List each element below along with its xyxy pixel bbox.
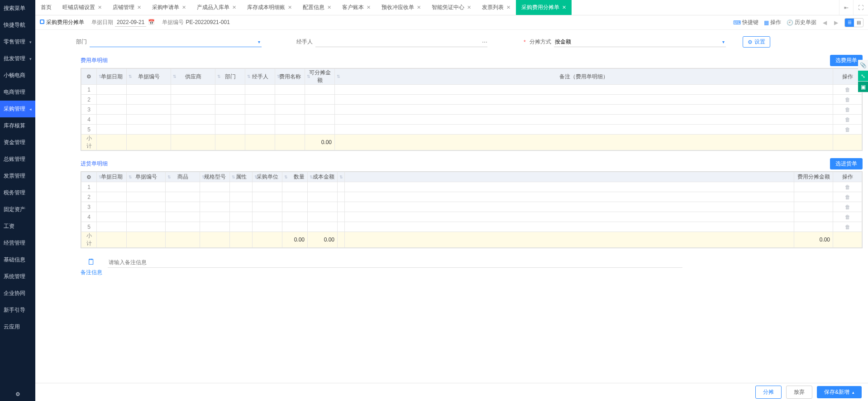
tab-voucher[interactable]: 智能凭证中心✕ bbox=[426, 0, 477, 15]
col-settings-icon[interactable]: ⚙ bbox=[81, 69, 97, 85]
tab-finishedgoods[interactable]: 产成品入库单✕ bbox=[191, 0, 242, 15]
delete-icon[interactable]: 🗑 bbox=[845, 194, 850, 200]
dept-input[interactable] bbox=[90, 37, 262, 47]
sidebar-item-salary[interactable]: 工资 bbox=[0, 218, 35, 235]
tile-icon[interactable]: ▣ bbox=[858, 82, 868, 92]
quickkey-button[interactable]: ⌨快捷键 bbox=[733, 19, 758, 26]
close-icon[interactable]: ✕ bbox=[137, 5, 141, 10]
sort-icon[interactable]: ⇅ bbox=[232, 175, 235, 179]
sidebar-item-invoice[interactable]: 发票管理 bbox=[0, 168, 35, 184]
close-icon[interactable]: ✕ bbox=[327, 5, 331, 10]
sidebar-item-fixedasset[interactable]: 固定资产 bbox=[0, 201, 35, 218]
table-row[interactable]: 4🗑 bbox=[81, 212, 862, 222]
tab-prepay[interactable]: 预收冲应收单✕ bbox=[376, 0, 426, 15]
save-new-button[interactable]: 保存&新增▴ bbox=[817, 386, 862, 398]
sidebar-item-operation[interactable]: 经营管理 bbox=[0, 235, 35, 251]
sort-icon[interactable]: ⇅ bbox=[307, 75, 310, 79]
table-row[interactable]: 3🗑 bbox=[81, 202, 862, 212]
sidebar-item-ecommerce[interactable]: 电商管理 bbox=[0, 84, 35, 101]
tab-purchasereq[interactable]: 采购申请单✕ bbox=[147, 0, 191, 15]
tabbar-fullscreen-button[interactable]: ⛶ bbox=[853, 0, 868, 15]
attachment-icon[interactable]: 📎 bbox=[858, 60, 868, 71]
sidebar-item-cloudapp[interactable]: 云应用 bbox=[0, 319, 35, 335]
sidebar-item-xiaochang[interactable]: 小畅电商 bbox=[0, 67, 35, 84]
tabbar-collapse-button[interactable]: ⇤ bbox=[839, 0, 853, 15]
date-value[interactable]: 2022-09-21 bbox=[115, 18, 146, 27]
person-input[interactable] bbox=[315, 37, 487, 47]
sort-icon[interactable]: ⇅ bbox=[247, 75, 251, 79]
delete-icon[interactable]: 🗑 bbox=[845, 224, 850, 230]
sidebar-item-guide[interactable]: 新手引导 bbox=[0, 302, 35, 319]
col-settings-icon[interactable]: ⚙ bbox=[81, 172, 97, 182]
sort-icon[interactable]: ⇅ bbox=[217, 75, 221, 79]
next-doc-button[interactable]: ▶ bbox=[833, 19, 839, 26]
close-icon[interactable]: ✕ bbox=[467, 5, 471, 10]
sidebar-item-inventory[interactable]: 库存核算 bbox=[0, 117, 35, 134]
sidebar-item-search[interactable]: 搜索菜单 bbox=[0, 0, 35, 17]
calendar-icon[interactable]: 📅 bbox=[148, 19, 155, 25]
tab-wangpu[interactable]: 旺铺店铺设置✕ bbox=[57, 0, 107, 15]
table-row[interactable]: 2🗑 bbox=[81, 95, 862, 105]
delete-icon[interactable]: 🗑 bbox=[845, 97, 850, 103]
prev-doc-button[interactable]: ◀ bbox=[822, 19, 828, 26]
delete-icon[interactable]: 🗑 bbox=[845, 214, 850, 220]
tab-home[interactable]: 首页 bbox=[35, 0, 57, 15]
view-card-button[interactable]: ▤ bbox=[854, 19, 863, 27]
close-icon[interactable]: ✕ bbox=[288, 5, 292, 10]
sort-icon[interactable]: ⇅ bbox=[167, 175, 171, 179]
discard-button[interactable]: 放弃 bbox=[786, 386, 812, 399]
delete-icon[interactable]: 🗑 bbox=[845, 106, 850, 113]
sort-icon[interactable]: ⇅ bbox=[310, 175, 313, 179]
settings-button[interactable]: ⚙设置 bbox=[743, 36, 770, 48]
close-icon[interactable]: ✕ bbox=[562, 5, 566, 10]
sidebar-item-wholesale[interactable]: 批发管理▾ bbox=[0, 50, 35, 67]
close-icon[interactable]: ✕ bbox=[182, 5, 186, 10]
sort-icon[interactable]: ⇅ bbox=[254, 175, 258, 179]
table-row[interactable]: 2🗑 bbox=[81, 192, 862, 202]
allocate-button[interactable]: 分摊 bbox=[755, 386, 782, 399]
sidebar-item-quicknav[interactable]: 快捷导航 bbox=[0, 17, 35, 34]
sidebar-footer[interactable]: ⚙ bbox=[0, 387, 35, 401]
tab-config[interactable]: 配置信息✕ bbox=[297, 0, 337, 15]
sidebar-item-ledger[interactable]: 总账管理 bbox=[0, 151, 35, 168]
tab-invoicelist[interactable]: 发票列表✕ bbox=[477, 0, 516, 15]
delete-icon[interactable]: 🗑 bbox=[845, 204, 850, 210]
sidebar-item-baseinfo[interactable]: 基础信息 bbox=[0, 251, 35, 268]
close-icon[interactable]: ✕ bbox=[98, 5, 102, 10]
close-icon[interactable]: ✕ bbox=[506, 5, 510, 10]
delete-icon[interactable]: 🗑 bbox=[845, 87, 850, 93]
sort-icon[interactable]: ⇅ bbox=[202, 175, 205, 179]
lookup-icon[interactable]: ⋯ bbox=[482, 39, 487, 45]
delete-icon[interactable]: 🗑 bbox=[845, 126, 850, 133]
method-input[interactable] bbox=[554, 37, 726, 47]
tab-expense-alloc[interactable]: 采购费用分摊单✕ bbox=[516, 0, 572, 15]
delete-icon[interactable]: 🗑 bbox=[845, 116, 850, 123]
tab-costdetail[interactable]: 库存成本明细账✕ bbox=[242, 0, 297, 15]
operate-button[interactable]: ▦操作 bbox=[764, 19, 781, 26]
tab-shopmgmt[interactable]: 店铺管理✕ bbox=[107, 0, 147, 15]
sort-icon[interactable]: ⇅ bbox=[99, 75, 102, 79]
sort-icon[interactable]: ⇅ bbox=[99, 175, 102, 179]
sidebar-item-funds[interactable]: 资金管理 bbox=[0, 134, 35, 151]
table-row[interactable]: 4🗑 bbox=[81, 115, 862, 125]
tab-customerbook[interactable]: 客户账本✕ bbox=[337, 0, 376, 15]
select-receipt-button[interactable]: 选进货单 bbox=[830, 158, 863, 169]
sidebar-item-retail[interactable]: 零售管理▾ bbox=[0, 34, 35, 50]
sort-icon[interactable]: ⇅ bbox=[173, 75, 176, 79]
expand-icon[interactable]: ⤡ bbox=[858, 71, 868, 82]
table-row[interactable]: 1🗑 bbox=[81, 182, 862, 192]
sidebar-item-purchase[interactable]: 采购管理◂ bbox=[0, 101, 35, 117]
sort-icon[interactable]: ⇅ bbox=[337, 75, 340, 79]
sort-icon[interactable]: ⇅ bbox=[129, 175, 132, 179]
sort-icon[interactable]: ⇅ bbox=[339, 175, 343, 179]
sort-icon[interactable]: ⇅ bbox=[277, 75, 281, 79]
sort-icon[interactable]: ⇅ bbox=[129, 75, 132, 79]
table-row[interactable]: 1🗑 bbox=[81, 85, 862, 95]
delete-icon[interactable]: 🗑 bbox=[845, 184, 850, 190]
close-icon[interactable]: ✕ bbox=[417, 5, 421, 10]
sort-icon[interactable]: ⇅ bbox=[284, 175, 288, 179]
view-list-button[interactable]: ☰ bbox=[845, 19, 854, 27]
sidebar-item-system[interactable]: 系统管理 bbox=[0, 268, 35, 285]
history-button[interactable]: 🕘历史单据 bbox=[787, 19, 816, 26]
table-row[interactable]: 5🗑 bbox=[81, 125, 862, 135]
